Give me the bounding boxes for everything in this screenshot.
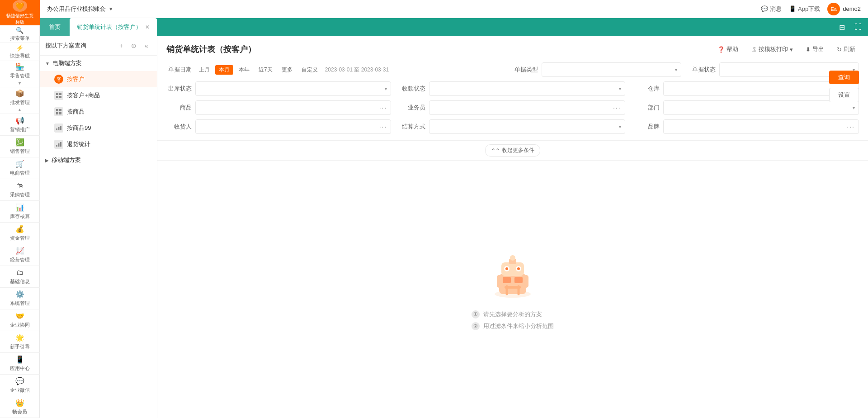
date-tab-7days[interactable]: 近7天	[255, 65, 276, 75]
tip-text-1: 请先选择要分析的方案	[483, 310, 542, 318]
sidebar-item-operations[interactable]: 📈 经营管理	[0, 244, 40, 266]
consignee-control[interactable]: ···	[195, 119, 391, 134]
tab-minimize-button[interactable]: ⊟	[835, 21, 848, 33]
svg-rect-19	[497, 275, 501, 288]
tip-num-1: ①	[472, 310, 480, 318]
export-button[interactable]: ⬇ 导出	[802, 43, 828, 55]
settings-scheme-button[interactable]: ⊙	[129, 41, 139, 51]
filter-row-1: 单据日期 上月 本月 本年 近7天 更多 自定义 2023-03-01 至 20…	[166, 62, 859, 77]
mobile-group-title: 移动端方案	[52, 156, 81, 164]
scheme-group-pc-header[interactable]: ▼ 电脑端方案	[40, 56, 157, 71]
date-tab-custom[interactable]: 自定义	[298, 65, 321, 75]
sidebar-item-finance[interactable]: 💰 资金管理	[0, 223, 40, 244]
tab-maximize-button[interactable]: ⛶	[852, 21, 864, 33]
refresh-button[interactable]: ↻ 刷新	[833, 43, 859, 55]
brand-control[interactable]: ···	[663, 119, 859, 134]
page-title: 销货单统计表（按客户）	[166, 44, 256, 55]
inventory-icon: 📊	[15, 203, 24, 212]
print-label: 按模板打印	[759, 45, 788, 53]
empty-tip-1: ① 请先选择要分析的方案	[472, 310, 554, 318]
department-label: 部门	[634, 104, 660, 112]
sidebar-item-wholesale[interactable]: 📦 批发管理 ▲	[0, 87, 40, 114]
sidebar-quick-nav[interactable]: ⚡ 快捷导航	[0, 43, 40, 61]
maximize-icon: ⛶	[854, 23, 862, 31]
empty-tip-2: ② 用过滤条件来缩小分析范围	[472, 322, 554, 330]
svg-rect-13	[60, 142, 61, 147]
collapse-up-icon: ⌃⌃	[491, 147, 500, 154]
app-logo[interactable]: 🧡 畅捷信好生意 标版	[0, 0, 40, 25]
retail-arrow-icon: ▼	[18, 81, 22, 86]
department-control[interactable]: ▾	[663, 100, 859, 115]
svg-rect-4	[56, 109, 58, 111]
collapse-more-button[interactable]: ⌃⌃ 收起更多条件	[485, 144, 540, 157]
member-label: 畅会员	[12, 408, 27, 415]
sidebar-item-inventory[interactable]: 📊 库存核算	[0, 201, 40, 223]
date-tab-this-month[interactable]: 本月	[215, 65, 233, 75]
message-icon: 💬	[761, 5, 768, 12]
sidebar-item-ecommerce[interactable]: 🛒 电商管理	[0, 157, 40, 179]
scheme-item-by-customer-goods[interactable]: 按客户+商品	[40, 87, 157, 104]
svg-rect-6	[56, 112, 58, 114]
date-tab-last-month[interactable]: 上月	[195, 65, 213, 75]
topbar-dropdown-icon[interactable]: ▾	[109, 5, 113, 12]
pc-group-arrow-icon: ▼	[45, 61, 50, 66]
sidebar-item-system[interactable]: ⚙️ 系统管理	[0, 288, 40, 309]
settlement-control[interactable]: ▾	[429, 119, 625, 134]
query-button[interactable]: 查询	[829, 71, 859, 84]
add-scheme-button[interactable]: +	[116, 41, 126, 51]
consignee-dots: ···	[379, 123, 387, 130]
salesperson-control[interactable]: ···	[429, 100, 625, 115]
sidebar-item-sales[interactable]: 💹 销售管理	[0, 136, 40, 157]
help-button[interactable]: ❓ 帮助	[714, 43, 742, 55]
sidebar-item-apps[interactable]: 📱 应用中心	[0, 353, 40, 375]
settings-button[interactable]: 设置	[829, 88, 859, 102]
sidebar-item-wechat[interactable]: 💬 企业微信	[0, 375, 40, 396]
goods-control[interactable]: ···	[195, 100, 391, 115]
apps-label: 应用中心	[10, 365, 30, 372]
filter-row-4: 收货人 ··· 结算方式 ▾ 品牌	[166, 119, 859, 134]
user-name: demo2	[843, 5, 861, 12]
main-panel: 销货单统计表（按客户） ❓ 帮助 🖨 按模板打印 ▾ ⬇ 导出	[157, 36, 868, 418]
marketing-icon: 📢	[15, 116, 24, 125]
collapse-label: 收起更多条件	[502, 147, 534, 154]
sidebar-item-member[interactable]: 👑 畅会员	[0, 396, 40, 418]
tab-sales-stat[interactable]: 销货单统计表（按客户） ✕	[70, 18, 157, 36]
scheme-item-return-stat[interactable]: 退货统计	[40, 136, 157, 152]
scheme-group-pc: ▼ 电脑端方案 客 按客户 按客户+商品 按商品	[40, 56, 157, 152]
sales-label: 销售管理	[10, 148, 30, 155]
sidebar-item-retail[interactable]: 🏪 零售管理 ▼	[0, 61, 40, 88]
filter-order-type: 单据类型 ▾	[513, 62, 681, 77]
receipt-status-control[interactable]: ▾	[429, 81, 625, 96]
order-type-control[interactable]: ▾	[542, 62, 681, 77]
message-button[interactable]: 💬 消息	[761, 5, 782, 13]
tab-home[interactable]: 首页	[40, 18, 70, 36]
date-tab-this-year[interactable]: 本年	[235, 65, 253, 75]
sidebar-item-cooperation[interactable]: 🤝 企业协同	[0, 309, 40, 331]
by-customer-goods-icon	[54, 91, 63, 100]
date-tab-more[interactable]: 更多	[278, 65, 296, 75]
print-button[interactable]: 🖨 按模板打印 ▾	[747, 43, 797, 55]
sidebar-search[interactable]: 🔍 搜索菜单	[0, 25, 40, 43]
collapse-bar: ⌃⌃ 收起更多条件	[157, 141, 868, 161]
by-customer-goods-label: 按客户+商品	[67, 91, 100, 100]
empty-illustration	[486, 249, 540, 303]
collapse-scheme-button[interactable]: «	[142, 41, 151, 51]
sidebar-item-marketing[interactable]: 📢 营销推广	[0, 114, 40, 136]
out-status-control[interactable]: ▾	[195, 81, 391, 96]
filter-receipt-status: 收款状态 ▾	[400, 81, 625, 96]
app-download-button[interactable]: 📱 App下载	[789, 5, 820, 13]
scheme-item-by-goods99[interactable]: 按商品99	[40, 120, 157, 136]
minimize-icon: ⊟	[839, 23, 845, 32]
svg-rect-1	[59, 93, 61, 95]
retail-label: 零售管理	[10, 72, 30, 79]
system-icon: ⚙️	[15, 290, 24, 299]
scheme-item-by-goods[interactable]: 按商品	[40, 104, 157, 120]
sidebar-item-newguide[interactable]: 🌟 新手引导	[0, 331, 40, 353]
scheme-group-mobile-header[interactable]: ▶ 移动端方案	[40, 152, 157, 168]
tab-close-icon[interactable]: ✕	[145, 24, 150, 30]
sidebar-item-purchase[interactable]: 🛍 采购管理	[0, 179, 40, 201]
scheme-item-by-customer[interactable]: 客 按客户	[40, 71, 157, 87]
user-area[interactable]: Ea demo2	[827, 3, 861, 15]
wechat-icon: 💬	[15, 377, 24, 385]
sidebar-item-base[interactable]: 🗂 基础信息	[0, 266, 40, 288]
